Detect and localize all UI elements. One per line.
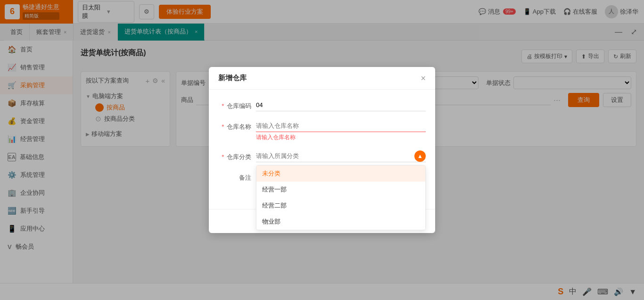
code-input[interactable] — [256, 99, 426, 111]
category-option-2[interactable]: 经营二部 — [256, 198, 425, 214]
name-control: 请输入仓库名称 — [256, 120, 426, 142]
name-error-msg: 请输入仓库名称 — [256, 133, 426, 142]
category-option-3[interactable]: 物业部 — [256, 214, 425, 230]
code-required-star: * — [222, 102, 224, 109]
add-warehouse-modal: 新增仓库 × * 仓库编码 * 仓库名称 — [209, 67, 435, 233]
modal-code-row: * 仓库编码 — [218, 99, 426, 111]
modal-close-icon[interactable]: × — [421, 74, 426, 83]
code-control — [256, 99, 426, 111]
name-input[interactable] — [256, 120, 426, 132]
category-option-0[interactable]: 未分类 — [256, 166, 425, 182]
category-label: * 仓库分类 — [218, 150, 251, 161]
remark-label-text: 备注 — [239, 174, 251, 181]
category-option-1[interactable]: 经营一部 — [256, 182, 425, 198]
name-label-text: 仓库名称 — [227, 123, 251, 130]
code-label: * 仓库编码 — [218, 99, 251, 110]
remark-label: 备注 — [218, 171, 251, 182]
category-arrow[interactable]: ▲ — [414, 150, 426, 162]
category-required-star: * — [222, 153, 224, 160]
name-label: * 仓库名称 — [218, 120, 251, 131]
category-label-text: 仓库分类 — [227, 153, 251, 160]
category-dropdown: 未分类 经营一部 经营二部 物业部 — [256, 165, 426, 230]
code-label-text: 仓库编码 — [227, 102, 251, 109]
modal-category-row: * 仓库分类 ▲ 未分类 经营一部 经营二部 物业部 — [218, 150, 426, 162]
modal-overlay[interactable]: 新增仓库 × * 仓库编码 * 仓库名称 — [0, 0, 644, 300]
category-control: ▲ 未分类 经营一部 经营二部 物业部 — [256, 150, 426, 162]
modal-name-row: * 仓库名称 请输入仓库名称 — [218, 120, 426, 142]
modal-header: 新增仓库 × — [209, 67, 435, 90]
modal-body: * 仓库编码 * 仓库名称 请输入仓库名称 — [209, 90, 435, 209]
name-required-star: * — [222, 123, 224, 130]
category-input[interactable] — [256, 150, 426, 162]
modal-title: 新增仓库 — [218, 74, 247, 83]
